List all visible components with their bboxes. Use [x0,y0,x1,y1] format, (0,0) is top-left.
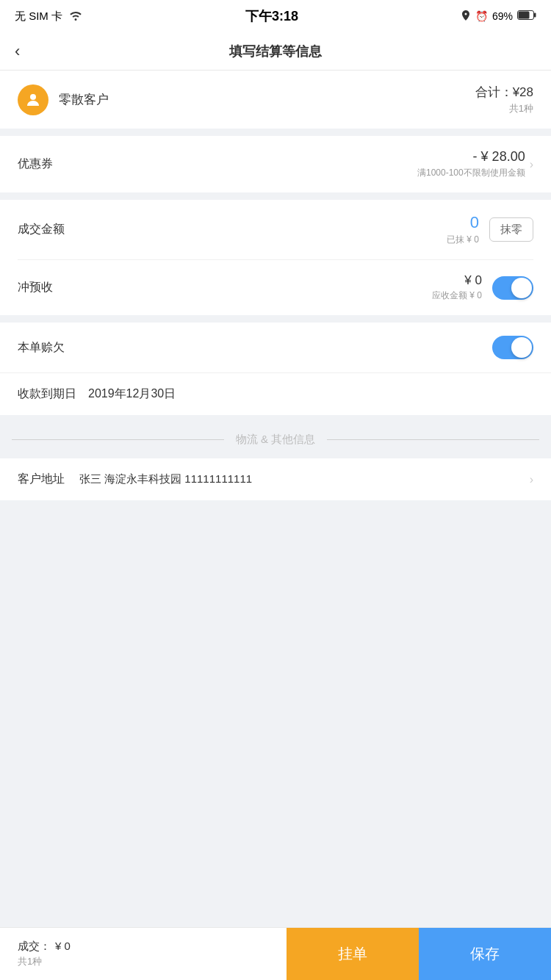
svg-rect-2 [518,12,529,19]
pre-collect-label: 冲预收 [18,280,53,295]
bottom-deal: 成交： ¥ 0 [18,940,269,954]
address-label: 客户地址 [18,472,65,487]
toggle-knob [511,278,532,298]
transaction-amount-row: 成交金额 0 已抹 ¥ 0 抹零 [18,200,533,260]
debt-block: 本单赊欠 收款到期日 2019年12月30日 [0,323,551,415]
bottom-bar: 成交： ¥ 0 共1种 挂单 保存 [0,927,551,980]
transaction-amount-sub: 已抹 ¥ 0 [447,234,479,246]
total-amount: 合计：¥28 [475,84,533,101]
save-button[interactable]: 保存 [419,928,551,981]
customer-total: 合计：¥28 共1种 [475,84,533,115]
address-section[interactable]: 客户地址 张三 海淀永丰科技园 11111111111 › [0,458,551,500]
status-time: 下午3:18 [245,7,298,25]
svg-rect-1 [534,13,536,18]
status-bar: 无 SIM 卡 下午3:18 ⏰ 69% [0,0,551,32]
back-button[interactable]: ‹ [15,42,20,61]
wifi-icon [68,10,83,23]
duedate-value: 2019年12月30日 [88,386,176,402]
coupon-description: 满1000-100不限制使用金额 [417,167,525,179]
divider-right [327,439,539,440]
pre-collect-row: 冲预收 ¥ 0 应收金额 ¥ 0 [18,260,533,315]
duedate-label: 收款到期日 [18,386,76,402]
debt-section: 本单赊欠 [0,323,551,372]
page-title: 填写结算等信息 [229,43,322,60]
total-count: 共1种 [475,102,533,115]
customer-name: 零散客户 [59,91,109,108]
logistics-section: 物流 & 其他信息 [0,422,551,457]
debt-toggle-knob [511,337,532,358]
debt-toggle[interactable] [492,336,533,359]
bottom-deal-label: 成交： [18,940,51,954]
battery-icon [517,10,536,22]
spacer [0,500,551,633]
battery-percent: 69% [492,10,513,22]
svg-point-3 [30,94,36,100]
location-icon [461,10,471,23]
customer-left: 零散客户 [18,84,109,115]
coupon-section[interactable]: 优惠券 - ¥ 28.00 满1000-100不限制使用金额 › [0,136,551,192]
bottom-deal-count: 共1种 [18,955,269,968]
pre-collect-toggle[interactable] [492,276,533,300]
address-chevron-icon: › [530,473,533,486]
alarm-icon: ⏰ [475,10,488,22]
divider-left [12,439,224,440]
status-right: ⏰ 69% [461,10,536,23]
duedate-section: 收款到期日 2019年12月30日 [0,372,551,415]
transaction-amount-label: 成交金额 [18,222,65,237]
coupon-label: 优惠券 [18,156,53,172]
debt-label: 本单赊欠 [18,340,65,356]
content: 零散客户 合计：¥28 共1种 优惠券 - ¥ 28.00 满1000-100不… [0,71,551,633]
sim-status: 无 SIM 卡 [15,10,62,24]
pre-collect-right: ¥ 0 应收金额 ¥ 0 [432,273,533,302]
bottom-deal-amount: ¥ 0 [55,940,71,952]
coupon-right: - ¥ 28.00 满1000-100不限制使用金额 › [417,149,533,179]
status-left: 无 SIM 卡 [15,10,83,24]
coupon-discount: - ¥ 28.00 [417,149,525,165]
logistics-label: 物流 & 其他信息 [236,433,315,447]
address-value: 张三 海淀永丰科技园 11111111111 [79,472,530,486]
customer-section: 零散客户 合计：¥28 共1种 [0,71,551,129]
chevron-right-icon: › [530,158,533,171]
transaction-section: 成交金额 0 已抹 ¥ 0 抹零 冲预收 ¥ 0 应收金额 ¥ 0 [0,200,551,315]
pre-collect-value: ¥ 0 [432,273,482,288]
avatar [18,84,48,115]
nav-bar: ‹ 填写结算等信息 [0,32,551,71]
round-button[interactable]: 抹零 [489,217,533,242]
transaction-amount-value: 0 [447,213,479,232]
hang-button[interactable]: 挂单 [287,928,419,981]
transaction-amount-right: 0 已抹 ¥ 0 抹零 [447,213,533,246]
bottom-info: 成交： ¥ 0 共1种 [0,940,287,968]
pre-collect-sub: 应收金额 ¥ 0 [432,289,482,302]
